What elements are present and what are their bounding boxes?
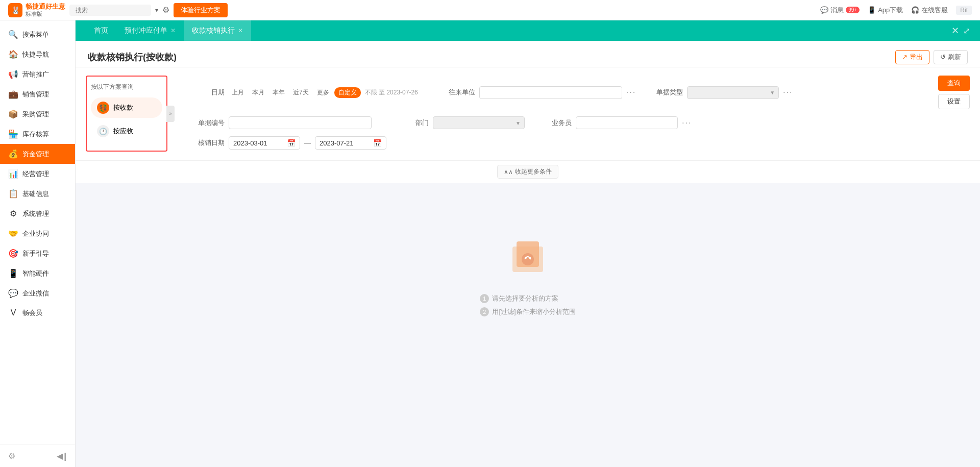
- doc-type-more-btn[interactable]: ···: [783, 88, 793, 97]
- sidebar-label-marketing: 营销推广: [22, 70, 49, 79]
- doc-type-select[interactable]: [687, 86, 779, 99]
- staff-group: 业务员 ···: [543, 116, 692, 129]
- collapse-icon[interactable]: ◀‖: [57, 451, 67, 461]
- settings-icon[interactable]: ⚙: [8, 451, 15, 461]
- message-icon: 💬: [820, 6, 828, 14]
- app-name: 畅捷通好生意: [26, 3, 65, 11]
- query-button[interactable]: 查询: [938, 76, 970, 91]
- mobile-icon: 📱: [868, 6, 876, 14]
- date-btn-custom[interactable]: 自定义: [334, 87, 361, 98]
- member-icon: V: [8, 308, 18, 317]
- sidebar-item-finance[interactable]: 💰 资金管理: [0, 144, 75, 164]
- date-range-hint: 不限 至 2023-07-26: [365, 88, 418, 97]
- sidebar-item-inventory[interactable]: 🏪 库存核算: [0, 124, 75, 144]
- sidebar-item-guide[interactable]: 🎯 新手引导: [0, 243, 75, 263]
- query-mode-collapse-btn[interactable]: »: [166, 106, 175, 122]
- date-btn-more[interactable]: 更多: [314, 87, 332, 98]
- search-input[interactable]: [69, 5, 151, 16]
- user-name[interactable]: Rit: [956, 6, 972, 15]
- date-btn-last-month[interactable]: 上月: [229, 87, 247, 98]
- doc-number-input[interactable]: [229, 116, 372, 129]
- sidebar-item-management[interactable]: 📊 经营管理: [0, 164, 75, 184]
- sidebar: 🔍 搜索菜单 🏠 快捷导航 📢 营销推广 💼 销售管理 📦 采购管理 🏪: [0, 20, 76, 467]
- counterparty-more-btn[interactable]: ···: [626, 88, 636, 97]
- tab-prepay[interactable]: 预付冲应付单 ✕: [116, 20, 184, 41]
- gear-icon[interactable]: ⚙: [162, 5, 169, 15]
- message-item[interactable]: 💬 消息 99+: [820, 6, 860, 15]
- system-icon: ⚙: [8, 209, 18, 218]
- writeoff-end-date[interactable]: 2023-07-21 📅: [315, 136, 386, 150]
- top-bar-left: 🐰 畅捷通好生意 标准版 ▾ ⚙ 体验行业方案: [8, 3, 228, 17]
- sidebar-item-sales[interactable]: 💼 销售管理: [0, 84, 75, 104]
- sidebar-item-system[interactable]: ⚙ 系统管理: [0, 204, 75, 224]
- sidebar-item-search[interactable]: 🔍 搜索菜单: [0, 24, 75, 44]
- top-bar-right: 💬 消息 99+ 📱 App下载 🎧 在线客服 Rit: [820, 6, 972, 15]
- sidebar-label-basic-info: 基础信息: [22, 189, 49, 199]
- date-btn-this-year[interactable]: 本年: [270, 87, 288, 98]
- sidebar-label-enterprise: 企业协同: [22, 229, 49, 238]
- sidebar-item-member[interactable]: V 畅会员: [0, 303, 75, 323]
- refresh-button[interactable]: ↺ 刷新: [934, 50, 968, 64]
- app-download-item[interactable]: 📱 App下载: [868, 6, 903, 15]
- staff-input[interactable]: [576, 116, 678, 129]
- tab-writeoff-close[interactable]: ✕: [238, 27, 243, 34]
- date-btn-this-month[interactable]: 本月: [249, 87, 267, 98]
- export-button[interactable]: ↗ 导出: [895, 50, 929, 64]
- query-mode-panel: 按以下方案查询 💱 按收款 🕐 按应收 »: [86, 76, 167, 152]
- query-mode-by-receipt[interactable]: 💱 按收款: [91, 97, 162, 118]
- sidebar-item-wechat[interactable]: 💬 企业微信: [0, 283, 75, 303]
- staff-more-btn[interactable]: ···: [682, 118, 692, 128]
- filter-fields: 日期 上月 本月 本年 近7天 更多 自定义 不限 至 2023-07-26: [180, 76, 970, 152]
- sidebar-item-quicknav[interactable]: 🏠 快捷导航: [0, 44, 75, 64]
- close-window-icon[interactable]: ✕: [951, 25, 959, 36]
- counterparty-label: 往来单位: [447, 88, 475, 97]
- sidebar-item-purchase[interactable]: 📦 采购管理: [0, 104, 75, 124]
- tab-prepay-close[interactable]: ✕: [170, 27, 176, 34]
- marketing-icon: 📢: [8, 69, 18, 79]
- sidebar-label-member: 畅会员: [22, 308, 42, 317]
- query-mode-by-receivable[interactable]: 🕐 按应收: [91, 121, 162, 141]
- sidebar-item-basic-info[interactable]: 📋 基础信息: [0, 184, 75, 204]
- calendar-start-icon[interactable]: 📅: [287, 139, 296, 147]
- sidebar-label-search: 搜索菜单: [22, 30, 49, 39]
- filter-more: ∧∧ 收起更多条件: [76, 160, 980, 183]
- sidebar-label-guide: 新手引导: [22, 249, 49, 258]
- expand-window-icon[interactable]: ⤢: [963, 26, 970, 36]
- collapse-more-button[interactable]: ∧∧ 收起更多条件: [497, 165, 558, 179]
- tip-text-1: 请先选择要分析的方案: [492, 292, 558, 305]
- date-group: 日期 上月 本月 本年 近7天 更多 自定义 不限 至 2023-07-26: [196, 87, 418, 98]
- tab-home-label: 首页: [94, 26, 108, 35]
- date-label: 日期: [196, 88, 225, 97]
- writeoff-start-date[interactable]: 2023-03-01 📅: [229, 136, 300, 150]
- logo-icon: 🐰: [8, 3, 22, 17]
- sidebar-item-hardware[interactable]: 📱 智能硬件: [0, 263, 75, 283]
- empty-tip-2: 2 用[过滤]条件来缩小分析范围: [480, 305, 575, 318]
- sidebar-label-wechat: 企业微信: [22, 289, 49, 298]
- tip-num-1: 1: [480, 294, 489, 303]
- sidebar-label-hardware: 智能硬件: [22, 269, 49, 278]
- tab-writeoff[interactable]: 收款核销执行 ✕: [184, 20, 251, 41]
- sidebar-item-enterprise[interactable]: 🤝 企业协同: [0, 224, 75, 243]
- sidebar-label-management: 经营管理: [22, 169, 49, 179]
- dept-select[interactable]: [433, 116, 525, 129]
- setting-button[interactable]: 设置: [938, 94, 970, 109]
- date-btn-7days[interactable]: 近7天: [290, 87, 312, 98]
- tab-prepay-label: 预付冲应付单: [125, 26, 167, 35]
- sidebar-label-quicknav: 快捷导航: [22, 50, 49, 59]
- sidebar-label-inventory: 库存核算: [22, 130, 49, 139]
- dropdown-icon[interactable]: ▾: [155, 7, 158, 14]
- page-title: 收款核销执行(按收款): [88, 51, 177, 63]
- online-service-item[interactable]: 🎧 在线客服: [911, 6, 948, 15]
- tab-home[interactable]: 首页: [86, 20, 116, 41]
- tab-bar-actions: ✕ ⤢: [951, 25, 970, 36]
- solution-button[interactable]: 体验行业方案: [174, 3, 228, 17]
- dept-label: 部门: [400, 118, 429, 128]
- counterparty-input[interactable]: [479, 86, 622, 99]
- writeoff-date-group: 核销日期 2023-03-01 📅 — 2023-07-21 📅: [196, 136, 386, 150]
- brand-label: 标准版: [26, 11, 65, 17]
- hardware-icon: 📱: [8, 268, 18, 278]
- calendar-end-icon[interactable]: 📅: [373, 139, 382, 147]
- doc-number-label: 单据编号: [196, 118, 225, 128]
- wechat-icon: 💬: [8, 288, 18, 298]
- sidebar-item-marketing[interactable]: 📢 营销推广: [0, 64, 75, 84]
